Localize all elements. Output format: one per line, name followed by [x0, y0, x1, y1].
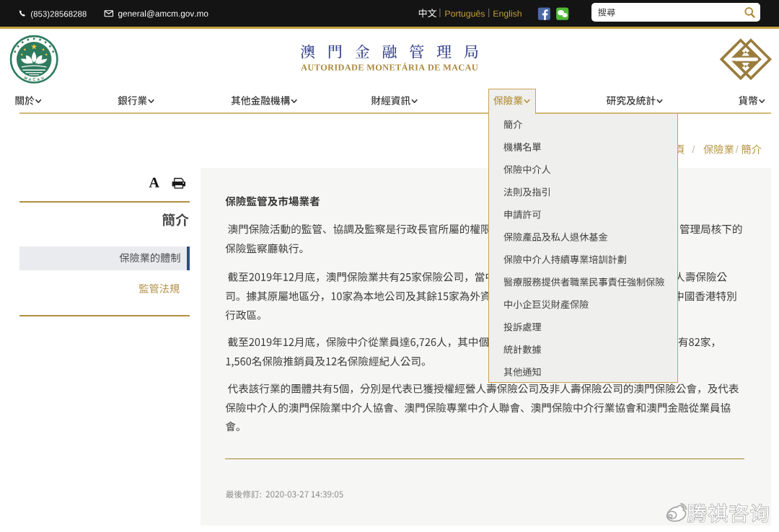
svg-text:C: C — [32, 78, 35, 82]
